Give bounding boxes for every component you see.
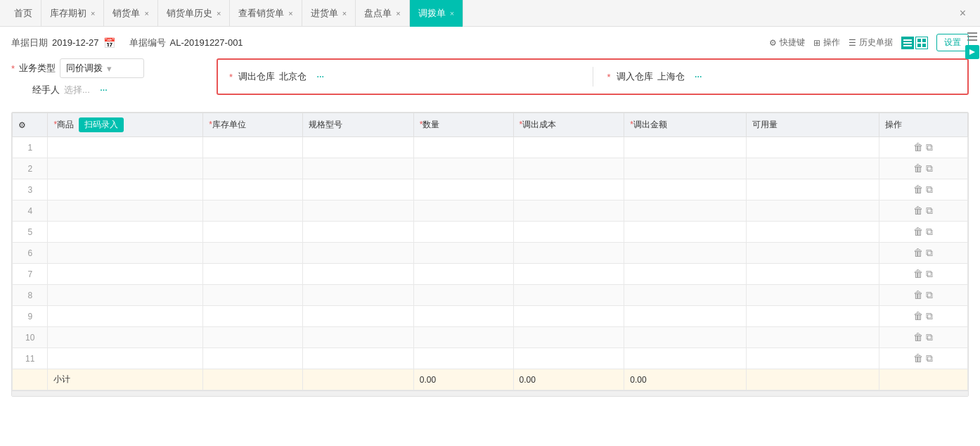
spec-cell[interactable] — [303, 285, 414, 306]
spec-cell[interactable] — [303, 222, 414, 243]
spec-cell[interactable] — [303, 200, 414, 222]
cost-cell[interactable] — [513, 306, 624, 327]
delete-icon[interactable]: 🗑 — [913, 331, 923, 343]
transfer-in-value[interactable]: 上海仓 — [657, 70, 685, 83]
cost-cell[interactable] — [513, 200, 624, 222]
tab-stocktake-close[interactable]: × — [396, 9, 400, 18]
cost-cell[interactable] — [513, 243, 624, 264]
product-cell[interactable] — [48, 137, 203, 158]
close-all-button[interactable]: × — [951, 7, 974, 20]
amount-cell[interactable] — [624, 200, 746, 222]
calendar-icon[interactable]: 📅 — [103, 37, 115, 49]
product-cell[interactable] — [48, 264, 203, 285]
copy-icon[interactable]: ⧉ — [926, 247, 933, 258]
qty-cell[interactable] — [413, 285, 513, 306]
copy-icon[interactable]: ⧉ — [926, 141, 933, 153]
copy-icon[interactable]: ⧉ — [926, 268, 933, 279]
product-cell[interactable] — [48, 179, 203, 200]
unit-cell[interactable] — [203, 243, 303, 264]
tab-stocktake[interactable]: 盘点单 × — [356, 0, 409, 27]
history-action[interactable]: ☰ 历史单据 — [849, 37, 893, 49]
sidebar-list-icon[interactable] — [965, 30, 979, 44]
unit-cell[interactable] — [203, 327, 303, 348]
cost-cell[interactable] — [513, 179, 624, 200]
qty-cell[interactable] — [413, 222, 513, 243]
unit-cell[interactable] — [203, 200, 303, 222]
view-toggle-list[interactable] — [901, 37, 914, 49]
unit-cell[interactable] — [203, 285, 303, 306]
copy-icon[interactable]: ⧉ — [926, 289, 933, 300]
product-cell[interactable] — [48, 222, 203, 243]
tab-transfer[interactable]: 调拨单 × — [410, 0, 463, 27]
biz-type-select[interactable]: 同价调拨 ▾ — [60, 58, 144, 78]
spec-cell[interactable] — [303, 179, 414, 200]
copy-icon[interactable]: ⧉ — [926, 205, 933, 216]
amount-cell[interactable] — [624, 285, 746, 306]
unit-cell[interactable] — [203, 137, 303, 158]
delete-icon[interactable]: 🗑 — [913, 247, 923, 258]
copy-icon[interactable]: ⧉ — [926, 226, 933, 237]
qty-cell[interactable] — [413, 306, 513, 327]
spec-cell[interactable] — [303, 137, 414, 158]
tab-sales-order[interactable]: 销货单 × — [104, 0, 157, 27]
transfer-out-more-icon[interactable]: ··· — [316, 70, 323, 83]
shortcut-action[interactable]: ⚙ 快捷键 — [769, 37, 805, 49]
amount-cell[interactable] — [624, 264, 746, 285]
delete-icon[interactable]: 🗑 — [913, 226, 923, 237]
cost-cell[interactable] — [513, 327, 624, 348]
qty-cell[interactable] — [413, 348, 513, 369]
copy-icon[interactable]: ⧉ — [926, 163, 933, 174]
copy-icon[interactable]: ⧉ — [926, 331, 933, 343]
delete-icon[interactable]: 🗑 — [913, 352, 923, 364]
amount-cell[interactable] — [624, 348, 746, 369]
delete-icon[interactable]: 🗑 — [913, 268, 923, 279]
tab-view-sales-close[interactable]: × — [288, 9, 292, 18]
tab-sales-history[interactable]: 销货单历史 × — [158, 0, 230, 27]
unit-cell[interactable] — [203, 222, 303, 243]
spec-cell[interactable] — [303, 243, 414, 264]
transfer-out-value[interactable]: 北京仓 — [279, 70, 307, 83]
cost-cell[interactable] — [513, 158, 624, 179]
amount-cell[interactable] — [624, 306, 746, 327]
unit-cell[interactable] — [203, 179, 303, 200]
amount-cell[interactable] — [624, 327, 746, 348]
person-input[interactable]: 选择... — [64, 84, 90, 96]
spec-cell[interactable] — [303, 158, 414, 179]
delete-icon[interactable]: 🗑 — [913, 163, 923, 174]
tab-transfer-close[interactable]: × — [450, 9, 454, 18]
cost-cell[interactable] — [513, 285, 624, 306]
qty-cell[interactable] — [413, 327, 513, 348]
product-cell[interactable] — [48, 306, 203, 327]
tab-inventory-init[interactable]: 库存期初 × — [41, 0, 104, 27]
delete-icon[interactable]: 🗑 — [913, 310, 923, 321]
gear-icon[interactable]: ⚙ — [18, 120, 26, 130]
unit-cell[interactable] — [203, 158, 303, 179]
qty-cell[interactable] — [413, 137, 513, 158]
tab-inventory-init-close[interactable]: × — [91, 9, 95, 18]
delete-icon[interactable]: 🗑 — [913, 289, 923, 300]
tab-purchase-order[interactable]: 进货单 × — [302, 0, 356, 27]
horizontal-scrollbar[interactable] — [12, 390, 968, 396]
qty-cell[interactable] — [413, 200, 513, 222]
copy-icon[interactable]: ⧉ — [926, 184, 933, 195]
tab-purchase-order-close[interactable]: × — [342, 9, 347, 18]
tab-view-sales[interactable]: 查看销货单 × — [230, 0, 302, 27]
scan-btn[interactable]: 扫码录入 — [79, 117, 124, 132]
unit-cell[interactable] — [203, 348, 303, 369]
qty-cell[interactable] — [413, 264, 513, 285]
qty-cell[interactable] — [413, 158, 513, 179]
sidebar-expand-icon[interactable] — [965, 45, 979, 59]
amount-cell[interactable] — [624, 158, 746, 179]
unit-cell[interactable] — [203, 306, 303, 327]
amount-cell[interactable] — [624, 222, 746, 243]
cost-cell[interactable] — [513, 222, 624, 243]
tab-sales-order-close[interactable]: × — [144, 9, 148, 18]
spec-cell[interactable] — [303, 306, 414, 327]
qty-cell[interactable] — [413, 179, 513, 200]
unit-cell[interactable] — [203, 264, 303, 285]
amount-cell[interactable] — [624, 179, 746, 200]
cost-cell[interactable] — [513, 137, 624, 158]
amount-cell[interactable] — [624, 137, 746, 158]
amount-cell[interactable] — [624, 243, 746, 264]
delete-icon[interactable]: 🗑 — [913, 141, 923, 153]
